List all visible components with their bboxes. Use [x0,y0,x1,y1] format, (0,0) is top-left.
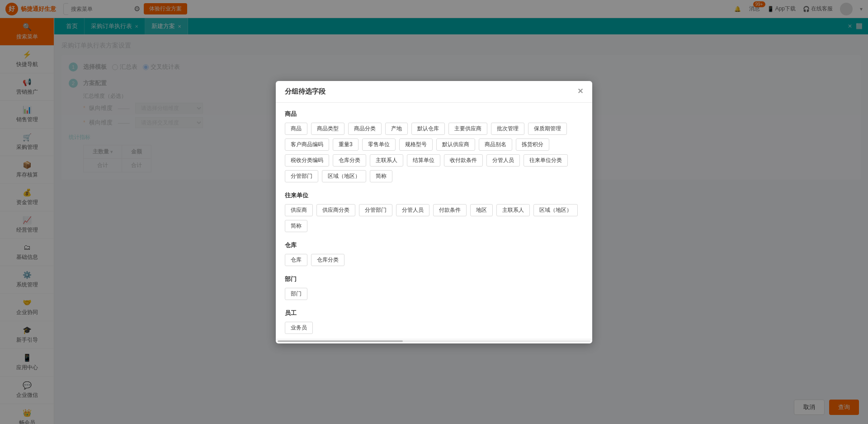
section-title-employee: 员工 [285,309,583,317]
section-title-department: 部门 [285,275,583,283]
field-tag[interactable]: 简称 [285,220,307,232]
field-tag[interactable]: 默认仓库 [411,123,445,135]
field-tag[interactable]: 供应商分类 [316,204,355,216]
field-tag[interactable]: 供应商 [285,204,313,216]
section-title-goods: 商品 [285,110,583,118]
field-tag[interactable]: 商品分类 [348,123,382,135]
field-tags-employee: 业务员 [285,322,583,334]
field-tags-warehouse: 仓库仓库分类 [285,254,583,266]
field-section-partner: 往来单位供应商供应商分类分管部门分管人员付款条件地区主联系人区域（地区）简称 [285,191,583,232]
field-tag[interactable]: 税收分类编码 [285,154,329,167]
modal-close-button[interactable]: ✕ [577,88,583,95]
field-tag[interactable]: 仓库分类 [311,254,344,266]
modal-overlay: 分组待选字段 ✕ 商品商品商品类型商品分类产地默认仓库主要供应商批次管理保质期管… [0,0,868,424]
field-tag[interactable]: 简称 [370,170,392,182]
field-tag[interactable]: 商品类型 [311,123,344,135]
field-tag[interactable]: 仓库分类 [333,154,366,167]
modal-title: 分组待选字段 [285,87,326,96]
field-tag[interactable]: 收付款条件 [444,154,483,167]
field-tag[interactable]: 分管人员 [486,154,520,167]
field-tag[interactable]: 零售单位 [362,138,396,151]
field-tag[interactable]: 客户商品编码 [285,138,329,151]
field-select-modal: 分组待选字段 ✕ 商品商品商品类型商品分类产地默认仓库主要供应商批次管理保质期管… [276,81,592,343]
field-section-goods: 商品商品商品类型商品分类产地默认仓库主要供应商批次管理保质期管理客户商品编码重量… [285,110,583,182]
section-title-warehouse: 仓库 [285,241,583,249]
field-section-warehouse: 仓库仓库仓库分类 [285,241,583,266]
field-tag[interactable]: 产地 [385,123,408,135]
field-tag[interactable]: 主要供应商 [448,123,487,135]
field-tag[interactable]: 商品 [285,123,307,135]
field-tag[interactable]: 商品别名 [479,138,512,151]
field-tag[interactable]: 业务员 [285,322,313,334]
modal-horizontal-scrollbar[interactable] [276,339,592,343]
field-tag[interactable]: 分管人员 [396,204,429,216]
field-tag[interactable]: 分管部门 [359,204,392,216]
field-tag[interactable]: 付款条件 [433,204,467,216]
field-section-department: 部门部门 [285,275,583,300]
field-tag[interactable]: 规格型号 [399,138,433,151]
field-tag[interactable]: 往来单位分类 [524,154,568,167]
field-tag[interactable]: 拣货积分 [516,138,549,151]
section-title-partner: 往来单位 [285,191,583,200]
field-section-employee: 员工业务员 [285,309,583,334]
field-tag[interactable]: 仓库 [285,254,307,266]
modal-body[interactable]: 商品商品商品类型商品分类产地默认仓库主要供应商批次管理保质期管理客户商品编码重量… [276,103,592,339]
field-tag[interactable]: 主联系人 [370,154,403,167]
field-tag[interactable]: 默认供应商 [436,138,475,151]
field-tag[interactable]: 主联系人 [496,204,530,216]
modal-header: 分组待选字段 ✕ [276,81,592,103]
field-tag[interactable]: 分管部门 [285,170,318,182]
field-tags-goods: 商品商品类型商品分类产地默认仓库主要供应商批次管理保质期管理客户商品编码重量3零… [285,123,583,182]
field-tags-partner: 供应商供应商分类分管部门分管人员付款条件地区主联系人区域（地区）简称 [285,204,583,232]
field-tag[interactable]: 批次管理 [491,123,524,135]
field-tag[interactable]: 部门 [285,288,307,300]
field-tag[interactable]: 保质期管理 [528,123,567,135]
field-tag[interactable]: 区域（地区） [533,204,578,216]
field-tag[interactable]: 重量3 [333,138,359,151]
field-tag[interactable]: 区域（地区） [322,170,366,182]
field-tag[interactable]: 结算单位 [407,154,440,167]
field-tags-department: 部门 [285,288,583,300]
field-tag[interactable]: 地区 [470,204,493,216]
